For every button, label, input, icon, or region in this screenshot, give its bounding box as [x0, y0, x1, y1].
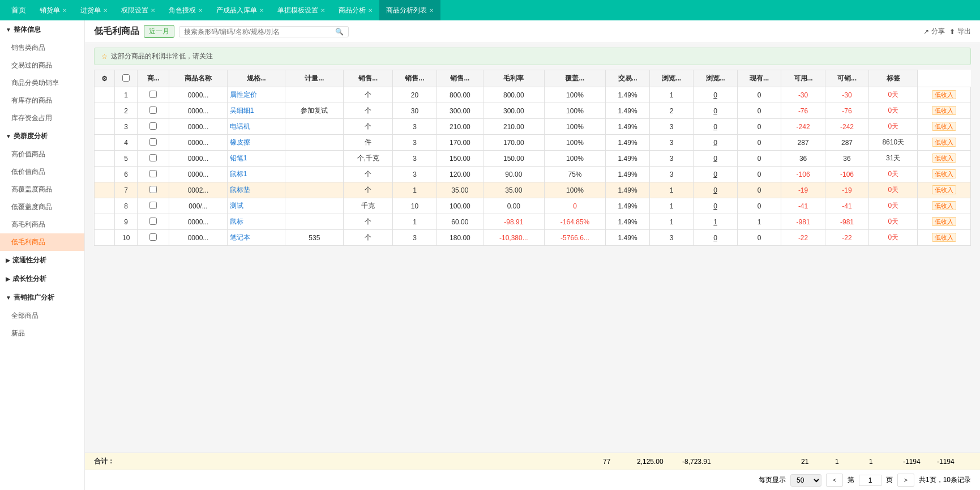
row-checkbox-4[interactable] [138, 151, 169, 167]
row-browse1-4[interactable]: 0 [694, 151, 737, 167]
sidebar-item-high-coverage[interactable]: 高覆盖度商品 [0, 181, 84, 198]
col-checkbox[interactable] [115, 70, 138, 87]
nav-purchase-close[interactable]: ✕ [103, 7, 108, 14]
nav-template-close[interactable]: ✕ [320, 7, 325, 14]
col-sales-profit[interactable]: 销售... [436, 70, 483, 87]
row-current-stock-7: -41 [781, 198, 825, 214]
row-name-4[interactable]: 铅笔1 [227, 151, 285, 167]
nav-product-analysis-list-close[interactable]: ✕ [429, 7, 434, 14]
row-sales-qty-9: 3 [393, 230, 436, 246]
row-name-1[interactable]: 吴细细1 [227, 103, 285, 119]
col-gross-margin[interactable]: 毛利率 [483, 70, 545, 87]
row-browse1-5[interactable]: 0 [694, 167, 737, 182]
sidebar-group-cluster[interactable]: ▼ 类群度分析 [0, 127, 84, 146]
row-browse1-7[interactable]: 0 [694, 198, 737, 214]
search-input[interactable] [184, 28, 333, 36]
row-checkbox-6[interactable] [138, 182, 169, 198]
col-current-stock[interactable]: 现有... [737, 70, 781, 87]
row-browse1-9[interactable]: 0 [694, 230, 737, 246]
nav-permission-close[interactable]: ✕ [151, 7, 155, 14]
nav-product-analysis[interactable]: 商品分析 ✕ [332, 0, 379, 20]
filter-button[interactable]: 近一月 [144, 25, 174, 38]
col-deal-count[interactable]: 交易... [606, 70, 650, 87]
row-num-8: 9 [115, 214, 138, 230]
row-checkbox-1[interactable] [138, 103, 169, 119]
sidebar-item-traded-products[interactable]: 交易过的商品 [0, 57, 84, 74]
col-settings[interactable]: ⚙ [95, 70, 115, 87]
col-sellable-days[interactable]: 可销... [825, 70, 868, 87]
row-checkbox-7[interactable] [138, 198, 169, 214]
export-button[interactable]: ⬆ 导出 [949, 27, 971, 36]
nav-role[interactable]: 角色授权 ✕ [162, 0, 209, 20]
row-checkbox-2[interactable] [138, 119, 169, 135]
row-checkbox-5[interactable] [138, 167, 169, 182]
row-name-7[interactable]: 测试 [227, 198, 285, 214]
per-page-select[interactable]: 50 100 [790, 474, 821, 487]
row-browse1-8[interactable]: 1 [694, 214, 737, 230]
table-container[interactable]: ⚙ 商... 商品名称 规格... 计量... 销售... 销售... 销售..… [85, 70, 980, 453]
nav-product-analysis-list[interactable]: 商品分析列表 ✕ [379, 0, 440, 20]
nav-home[interactable]: 首页 [5, 0, 33, 20]
nav-product-in[interactable]: 产成品入库单 ✕ [209, 0, 271, 20]
row-browse1-0[interactable]: 0 [694, 87, 737, 103]
col-tag[interactable]: 标签 [869, 70, 918, 87]
col-browse2[interactable]: 浏览... [694, 70, 737, 87]
row-name-0[interactable]: 属性定价 [227, 87, 285, 103]
nav-product-analysis-close[interactable]: ✕ [368, 7, 373, 14]
page-footer: 每页显示 50 100 ＜ 第 页 ＞ 共1页，10条记录 [85, 470, 980, 490]
sidebar-group-growth[interactable]: ▶ 成长性分析 [0, 270, 84, 288]
sidebar-item-sales-products[interactable]: 销售类商品 [0, 39, 84, 57]
row-deal-count-8: 1 [649, 214, 693, 230]
sidebar-item-stock-capital[interactable]: 库存资金占用 [0, 109, 84, 127]
row-sales-price-5: 120.00 [436, 167, 483, 182]
sidebar-item-all-products[interactable]: 全部商品 [0, 307, 84, 325]
sidebar-item-low-margin[interactable]: 低毛利商品 [0, 233, 84, 251]
select-all-checkbox[interactable] [122, 74, 130, 82]
sidebar-item-low-value[interactable]: 低价值商品 [0, 163, 84, 181]
sidebar-group-flow[interactable]: ▶ 流通性分析 [0, 251, 84, 270]
share-button[interactable]: ↗ 分享 [923, 27, 945, 36]
col-spec[interactable]: 规格... [227, 70, 285, 87]
sidebar-item-high-value[interactable]: 高价值商品 [0, 146, 84, 163]
prev-page-btn[interactable]: ＜ [826, 474, 843, 487]
sidebar-item-low-coverage[interactable]: 低覆盖度商品 [0, 198, 84, 216]
sidebar-group-overall[interactable]: ▼ 整体信息 [0, 20, 84, 39]
sidebar-item-new-products[interactable]: 新品 [0, 325, 84, 342]
row-name-6[interactable]: 鼠标垫 [227, 182, 285, 198]
row-name-3[interactable]: 橡皮擦 [227, 135, 285, 151]
next-page-btn[interactable]: ＞ [897, 474, 914, 487]
row-name-2[interactable]: 电话机 [227, 119, 285, 135]
col-browse1[interactable]: 浏览... [649, 70, 693, 87]
col-sales-price[interactable]: 销售... [393, 70, 436, 87]
row-name-8[interactable]: 鼠标 [227, 214, 285, 230]
sidebar-group-marketing[interactable]: ▼ 营销推广分析 [0, 288, 84, 307]
row-name-9[interactable]: 笔记本 [227, 230, 285, 246]
nav-sales[interactable]: 销货单 ✕ [33, 0, 74, 20]
nav-permission[interactable]: 权限设置 ✕ [114, 0, 162, 20]
nav-purchase[interactable]: 进货单 ✕ [74, 0, 114, 20]
sidebar-item-high-margin[interactable]: 高毛利商品 [0, 216, 84, 233]
row-browse1-2[interactable]: 0 [694, 119, 737, 135]
col-name[interactable]: 商品名称 [169, 70, 228, 87]
row-browse1-6[interactable]: 0 [694, 182, 737, 198]
row-browse1-3[interactable]: 0 [694, 135, 737, 151]
sidebar-item-instock-products[interactable]: 有库存的商品 [0, 92, 84, 109]
nav-role-close[interactable]: ✕ [198, 7, 203, 14]
search-icon[interactable]: 🔍 [335, 28, 344, 36]
col-sales-qty[interactable]: 销售... [344, 70, 393, 87]
col-code[interactable]: 商... [138, 70, 169, 87]
nav-sales-close[interactable]: ✕ [62, 7, 67, 14]
sidebar-item-category-rate[interactable]: 商品分类助销率 [0, 74, 84, 92]
nav-product-in-close[interactable]: ✕ [259, 7, 264, 14]
row-checkbox-3[interactable] [138, 135, 169, 151]
row-checkbox-0[interactable] [138, 87, 169, 103]
row-browse1-1[interactable]: 0 [694, 103, 737, 119]
page-number-input[interactable] [859, 475, 881, 486]
col-available-stock[interactable]: 可用... [781, 70, 825, 87]
row-name-5[interactable]: 鼠标1 [227, 167, 285, 182]
row-checkbox-8[interactable] [138, 214, 169, 230]
nav-template[interactable]: 单据模板设置 ✕ [271, 0, 332, 20]
col-coverage[interactable]: 覆盖... [544, 70, 606, 87]
row-checkbox-9[interactable] [138, 230, 169, 246]
col-unit[interactable]: 计量... [285, 70, 344, 87]
